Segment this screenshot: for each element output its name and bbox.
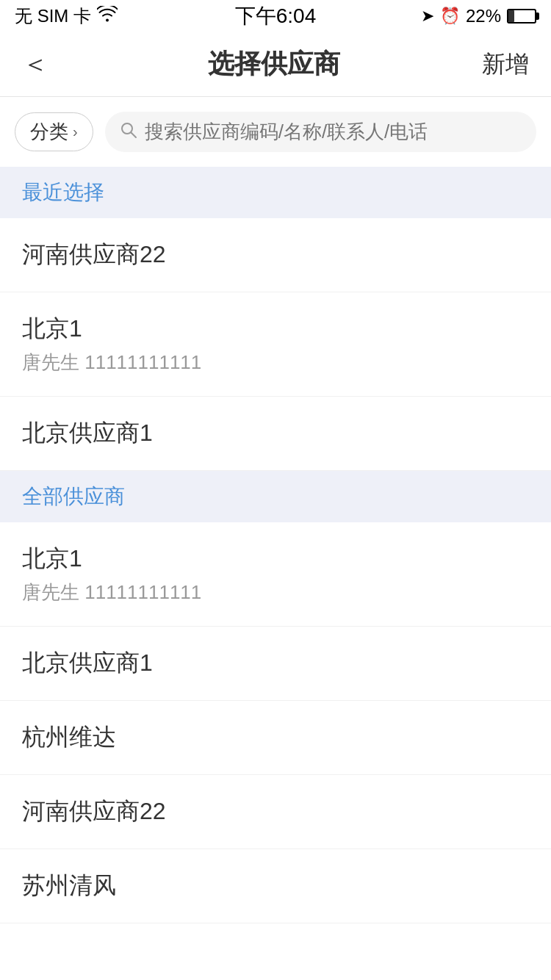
item-name: 北京1: [22, 313, 529, 345]
search-input[interactable]: [145, 120, 522, 143]
search-icon: [120, 121, 137, 143]
item-name: 杭州维达: [22, 721, 529, 754]
list-item[interactable]: 北京供应商1: [0, 627, 551, 701]
add-button[interactable]: 新增: [482, 48, 529, 81]
status-time: 下午6:04: [235, 2, 317, 30]
status-left: 无 SIM 卡: [15, 4, 118, 28]
item-name: 北京1: [22, 543, 529, 575]
list-item[interactable]: 杭州维达: [0, 701, 551, 775]
item-name: 北京供应商1: [22, 417, 529, 450]
search-box: [105, 112, 536, 152]
filter-bar: 分类 ›: [0, 97, 551, 167]
list-item[interactable]: 河南供应商22: [0, 775, 551, 849]
item-name: 苏州清风: [22, 870, 529, 902]
recent-section-header: 最近选择: [0, 167, 551, 218]
battery-label: 22%: [466, 6, 501, 26]
alarm-icon: ⏰: [440, 7, 460, 26]
recent-section-label: 最近选择: [22, 181, 104, 203]
back-button[interactable]: ＜: [22, 46, 66, 82]
item-name: 河南供应商22: [22, 239, 529, 271]
item-name: 河南供应商22: [22, 796, 529, 828]
status-right: ➤ ⏰ 22%: [421, 6, 536, 26]
list-item[interactable]: 苏州清风: [0, 849, 551, 923]
list-item[interactable]: 北京1唐先生 11111111111: [0, 522, 551, 627]
status-bar: 无 SIM 卡 下午6:04 ➤ ⏰ 22%: [0, 0, 551, 32]
all-section-header: 全部供应商: [0, 471, 551, 522]
wifi-icon: [97, 6, 118, 26]
battery-icon: [507, 9, 536, 24]
recent-list: 河南供应商22北京1唐先生 11111111111北京供应商1: [0, 218, 551, 471]
item-sub: 唐先生 11111111111: [22, 580, 529, 605]
list-item[interactable]: 北京1唐先生 11111111111: [0, 292, 551, 397]
all-list: 北京1唐先生 11111111111北京供应商1杭州维达河南供应商22苏州清风: [0, 522, 551, 923]
svg-line-1: [131, 132, 136, 137]
category-label: 分类: [30, 119, 68, 145]
item-sub: 唐先生 11111111111: [22, 350, 529, 375]
chevron-right-icon: ›: [73, 123, 78, 140]
nav-bar: ＜ 选择供应商 新增: [0, 32, 551, 97]
category-button[interactable]: 分类 ›: [15, 112, 93, 151]
location-icon: ➤: [421, 7, 434, 26]
item-name: 北京供应商1: [22, 647, 529, 680]
list-item[interactable]: 北京供应商1: [0, 397, 551, 471]
all-section-label: 全部供应商: [22, 485, 125, 508]
list-item[interactable]: 河南供应商22: [0, 218, 551, 292]
page-title: 选择供应商: [208, 46, 340, 82]
carrier-label: 无 SIM 卡: [15, 4, 91, 28]
